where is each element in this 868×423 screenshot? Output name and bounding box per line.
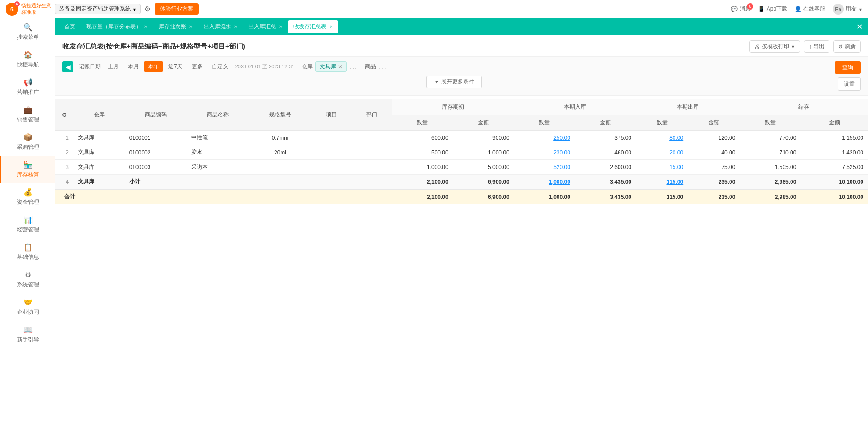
product-more-button[interactable]: ... xyxy=(379,63,387,71)
filter-toggle-button[interactable]: ◀ xyxy=(62,61,73,72)
trial-button[interactable]: 体验行业方案 xyxy=(155,3,199,15)
message-button[interactable]: 💬 消息 6 xyxy=(731,5,751,13)
table-row: 2 文具库 0100002 胶水 20ml 500.00 1,000.00 23… xyxy=(55,145,868,160)
tab-close-active-icon[interactable]: ✕ xyxy=(329,24,333,29)
print-template-button[interactable]: 🖨 按模板打印 ▼ xyxy=(749,40,800,53)
top-bar: 6 6 畅捷通好生意 标准版 装备及固定资产辅助管理系统 ⚙ 体验行业方案 💬 … xyxy=(0,0,868,18)
cell-project xyxy=(311,145,352,160)
tab-close-icon[interactable]: ✕ xyxy=(279,24,282,29)
home-icon: 🏠 xyxy=(23,50,33,59)
finance-icon: 💰 xyxy=(23,188,33,197)
sidebar-item-quick[interactable]: 🏠 快捷导航 xyxy=(0,46,55,73)
collab-icon: 🤝 xyxy=(23,298,33,307)
sidebar-item-guide[interactable]: 📖 新手引导 xyxy=(0,321,55,348)
date-btn-more[interactable]: 更多 xyxy=(188,61,207,72)
tab-inventory-dist[interactable]: 现存量（库存分布表） ✕ xyxy=(81,20,153,33)
cell-out-amt: 75.00 xyxy=(688,160,740,175)
cell-warehouse: 文具库 xyxy=(73,160,125,175)
cell-close-qty: 1,505.00 xyxy=(740,160,801,175)
user-dropdown-icon xyxy=(858,6,862,12)
cell-dept xyxy=(352,145,392,160)
product-label: 商品 xyxy=(365,63,376,71)
tab-bar-close-button[interactable]: ✕ xyxy=(855,22,864,31)
sidebar-item-search[interactable]: 🔍 搜索菜单 xyxy=(0,18,55,46)
cell-close-amt: 1,420.00 xyxy=(801,145,868,160)
cell-in-amt: 375.00 xyxy=(575,131,636,145)
tab-inout-flow[interactable]: 出入库流水 ✕ xyxy=(198,20,243,33)
cell-subtotal-label: 小计 xyxy=(125,175,249,190)
cell-dept xyxy=(352,160,392,175)
cell-product-code: 0100003 xyxy=(125,160,187,175)
sidebar-item-basic[interactable]: 📋 基础信息 xyxy=(0,238,55,266)
cell-in-qty[interactable]: 230.00 xyxy=(514,145,575,160)
sidebar-item-system[interactable]: ⚙ 系统管理 xyxy=(0,266,55,293)
cell-out-amt: 40.00 xyxy=(688,145,740,160)
cell-project xyxy=(311,160,352,175)
sidebar-item-purchase[interactable]: 📦 采购管理 xyxy=(0,128,55,156)
main-layout: 🔍 搜索菜单 🏠 快捷导航 📢 营销推广 💼 销售管理 📦 采购管理 🏪 库存核… xyxy=(0,18,868,423)
export-button[interactable]: ↑ 导出 xyxy=(804,40,829,53)
system-selector[interactable]: 装备及固定资产辅助管理系统 xyxy=(55,4,141,14)
sales-icon: 💼 xyxy=(23,105,33,114)
cell-close-amt: 10,100.00 xyxy=(801,175,868,190)
cell-in-qty[interactable]: 1,000.00 xyxy=(514,175,575,190)
sidebar-item-finance[interactable]: 💰 资金管理 xyxy=(0,183,55,211)
date-btn-7days[interactable]: 近7天 xyxy=(164,61,187,72)
expand-conditions-button[interactable]: ▼ 展开更多条件 xyxy=(426,76,482,88)
tab-close-icon[interactable]: ✕ xyxy=(144,24,148,29)
sidebar-item-sales[interactable]: 💼 销售管理 xyxy=(0,101,55,128)
th-settings[interactable]: ⚙ xyxy=(55,99,73,131)
th-warehouse: 仓库 xyxy=(73,99,125,131)
cell-out-qty[interactable]: 15.00 xyxy=(636,160,688,175)
settings-button[interactable]: 设置 xyxy=(838,77,861,91)
th-product-name: 商品名称 xyxy=(187,99,249,131)
tab-inout-summary[interactable]: 出入库汇总 ✕ xyxy=(243,20,288,33)
cell-open-amt: 5,000.00 xyxy=(453,160,514,175)
date-label: 记账日期 xyxy=(79,63,101,71)
warehouse-tag: 文具库 ✕ xyxy=(315,61,347,72)
cell-out-qty[interactable]: 115.00 xyxy=(636,175,688,190)
online-service-button[interactable]: 👤 在线客服 xyxy=(795,5,825,13)
system-name: 装备及固定资产辅助管理系统 xyxy=(59,5,131,13)
date-btn-this-month[interactable]: 本月 xyxy=(124,61,143,72)
query-button[interactable]: 查询 xyxy=(835,61,861,74)
cell-close-qty: 710.00 xyxy=(740,145,801,160)
sidebar-item-operation[interactable]: 📊 经营管理 xyxy=(0,211,55,238)
warehouse-more-button[interactable]: ... xyxy=(349,63,358,71)
cell-open-qty: 600.00 xyxy=(392,131,453,145)
logo-text: 畅捷通好生意 标准版 xyxy=(21,3,51,15)
tab-recv-summary[interactable]: 收发存汇总表 ✕ xyxy=(288,20,338,33)
sidebar-item-collab[interactable]: 🤝 企业协同 xyxy=(0,293,55,321)
cell-out-qty[interactable]: 80.00 xyxy=(636,131,688,145)
table-row: 4 文具库 小计 2,100.00 6,900.00 1,000.00 3,43… xyxy=(55,175,868,190)
gear-icon[interactable]: ⚙ xyxy=(144,5,151,13)
tab-batch[interactable]: 库存批次账 ✕ xyxy=(153,20,198,33)
cell-in-qty[interactable]: 520.00 xyxy=(514,160,575,175)
date-btn-this-year[interactable]: 本年 xyxy=(144,61,163,72)
cell-product-code: 0100002 xyxy=(125,145,187,160)
purchase-icon: 📦 xyxy=(23,133,33,142)
sidebar-item-marketing[interactable]: 📢 营销推广 xyxy=(0,73,55,101)
date-btn-custom[interactable]: 自定义 xyxy=(208,61,232,72)
tab-close-icon[interactable]: ✕ xyxy=(189,24,193,29)
cell-warehouse: 文具库 xyxy=(73,175,125,190)
cell-out-qty[interactable]: 20.00 xyxy=(636,145,688,160)
th-group-out: 本期出库 xyxy=(636,99,740,115)
app-download-button[interactable]: 📱 App下载 xyxy=(758,5,787,13)
cell-in-qty[interactable]: 250.00 xyxy=(514,131,575,145)
sidebar-item-inventory[interactable]: 🏪 库存核算 xyxy=(0,156,55,183)
refresh-button[interactable]: ↺ 刷新 xyxy=(833,40,861,53)
date-btn-last-month[interactable]: 上月 xyxy=(104,61,123,72)
cell-no: 1 xyxy=(55,131,73,145)
cell-in-amt: 460.00 xyxy=(575,145,636,160)
cell-open-amt: 900.00 xyxy=(453,131,514,145)
cell-product-code: 0100001 xyxy=(125,131,187,145)
warehouse-tag-close[interactable]: ✕ xyxy=(338,64,343,70)
page-content: 收发存汇总表(按仓库+商品编码+商品+规格型号+项目+部门) 🖨 按模板打印 ▼… xyxy=(55,35,868,423)
cell-product-name: 采访本 xyxy=(187,160,249,175)
cell-spec: 0.7mm xyxy=(249,131,311,145)
tab-close-icon[interactable]: ✕ xyxy=(234,24,238,29)
tab-home[interactable]: 首页 xyxy=(59,20,81,33)
dropdown-arrow-icon xyxy=(133,6,137,12)
user-menu-button[interactable]: Ea 用友 xyxy=(833,4,862,15)
